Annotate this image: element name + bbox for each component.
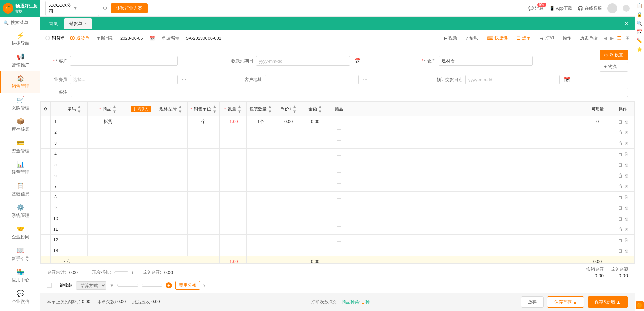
copy-icon[interactable]: ⎘ [625, 141, 628, 146]
trial-button[interactable]: 体验行业方案 [111, 3, 148, 13]
delete-icon[interactable]: 🗑 [618, 205, 623, 210]
user-menu[interactable] [623, 5, 630, 12]
help-btn[interactable]: ?帮助 [463, 34, 481, 42]
save-new-btn[interactable]: 保存&新增 ▲ [588, 296, 628, 308]
copy-icon[interactable]: ⎘ [625, 227, 628, 232]
delete-icon[interactable]: 🗑 [618, 162, 623, 167]
pkgqty-sort[interactable]: ▲▼ [268, 104, 272, 114]
payment-method-select[interactable]: 结算方式 [76, 281, 106, 290]
th-pkgqty[interactable]: 包装数量 ▲▼ [247, 102, 275, 116]
nav-next-icon[interactable]: ▶ [610, 36, 614, 41]
close-window-icon[interactable]: × [621, 21, 631, 27]
discount-input[interactable] [114, 271, 128, 273]
payment-due-calendar-icon[interactable]: 📅 [354, 58, 361, 64]
price-sort[interactable]: ▲▼ [292, 104, 297, 114]
payment-due-input[interactable]: yyyy-mm-dd [256, 56, 350, 66]
th-qty[interactable]: *数量 ▲▼ [220, 102, 247, 116]
copy-icon[interactable]: ⎘ [625, 205, 628, 210]
customer-dots[interactable]: ··· [182, 58, 186, 64]
arrears-info-icon[interactable]: ℹ [115, 300, 116, 304]
row-spec-1[interactable] [154, 116, 188, 127]
delete-icon[interactable]: 🗑 [618, 216, 623, 221]
copy-icon[interactable]: ⎘ [625, 184, 628, 189]
discard-btn[interactable]: 放弃 [521, 296, 544, 308]
row-unit-1[interactable]: 个 [188, 116, 220, 127]
row-gift-1[interactable] [329, 116, 349, 127]
delete-icon[interactable]: 🗑 [618, 237, 623, 243]
video-btn[interactable]: ▶视频 [441, 34, 460, 42]
delete-icon[interactable]: 🗑 [618, 184, 623, 189]
print-btn[interactable]: 🖨打印 [537, 34, 557, 42]
calendar-icon[interactable]: 📅 [150, 36, 155, 41]
th-settings[interactable]: ⚙ [41, 102, 51, 116]
list-view-icon[interactable]: ☰ [617, 35, 622, 41]
tab-sales-order[interactable]: 销货单 × [64, 18, 92, 29]
delete-icon[interactable]: 🗑 [618, 151, 623, 157]
add-payment-btn[interactable]: + [166, 282, 172, 288]
warehouse-dots[interactable]: ··· [537, 58, 541, 64]
amount-input[interactable] [142, 284, 162, 287]
customer-input[interactable] [70, 56, 178, 66]
copy-icon[interactable]: ⎘ [625, 216, 628, 221]
sidebar-item-purchase[interactable]: 🛒 采购管理 [0, 93, 40, 114]
copy-icon[interactable]: ⎘ [625, 151, 628, 157]
gear-icon[interactable]: ⚙ [103, 5, 107, 11]
history-btn[interactable]: 历史单据 [577, 34, 600, 42]
copy-icon[interactable]: ⎘ [625, 237, 628, 243]
amount-sort[interactable]: ▲▼ [318, 104, 323, 114]
chevron-up-icon-primary[interactable]: ▲ [616, 300, 621, 305]
row-product-1[interactable]: 拆货 [88, 116, 128, 127]
sidebar-item-inventory[interactable]: 📦 库存核算 [0, 114, 40, 136]
radio-return-order[interactable]: 退货单 [70, 35, 89, 41]
sidebar-item-sales[interactable]: 🏠 销售管理 [0, 71, 40, 93]
grid-view-icon[interactable]: ⊞ [625, 35, 630, 41]
delete-icon-1[interactable]: 🗑 [618, 119, 623, 124]
right-tool-edit[interactable]: ✏️ [636, 37, 644, 45]
th-product[interactable]: *商品 ▲▼ [88, 102, 128, 116]
delete-icon[interactable]: 🗑 [618, 194, 623, 200]
save-draft-btn[interactable]: 保存草稿 ▲ [547, 296, 584, 308]
right-tool-star[interactable]: ⭐ [636, 45, 644, 53]
row-remark-1[interactable] [349, 116, 584, 127]
shortcut-btn[interactable]: ⌨快捷键 [484, 34, 510, 42]
gift-checkbox-1[interactable] [337, 119, 341, 123]
online-service-btn[interactable]: 🎧 在线客服 [578, 5, 602, 11]
message-btn[interactable]: 💬 消息 99+ [528, 5, 544, 11]
sidebar-item-collab[interactable]: 🤝 企业协同 [0, 222, 40, 243]
notes-input[interactable] [71, 88, 628, 97]
sidebar-item-quicknav[interactable]: ⚡ 快捷导航 [0, 28, 40, 50]
customer-address-input[interactable] [265, 75, 359, 84]
select-btn[interactable]: ☰选单 [514, 34, 533, 42]
row-qty-1[interactable]: -1.00 [220, 116, 247, 127]
app-download-btn[interactable]: 📱 App下载 [549, 5, 572, 11]
salesperson-input[interactable]: 选择... [70, 75, 178, 84]
right-tool-calendar[interactable]: 📅 [636, 28, 644, 36]
delete-icon[interactable]: 🗑 [618, 130, 623, 135]
tab-home[interactable]: 首页 [44, 18, 63, 29]
copy-icon-1[interactable]: ⎘ [625, 119, 628, 124]
account-placeholder[interactable] [117, 284, 138, 287]
right-tool-lock[interactable]: 🔒 [636, 10, 644, 18]
unit-sort[interactable]: ▲▼ [212, 104, 217, 114]
discount-info-icon[interactable]: ℹ [132, 270, 133, 275]
settings-btn[interactable]: ⚙⚙ 设置 [600, 50, 628, 60]
copy-icon[interactable]: ⎘ [625, 248, 628, 254]
payment-checkbox[interactable] [47, 283, 52, 288]
delivery-date-calendar-icon[interactable]: 📅 [564, 77, 570, 82]
copy-icon[interactable]: ⎘ [625, 162, 628, 167]
right-tool-orange[interactable]: 🟠 [636, 301, 644, 309]
delete-icon[interactable]: 🗑 [618, 227, 623, 232]
row-barcode-1[interactable] [61, 116, 88, 127]
scan-button[interactable]: 扫码录入 [131, 106, 151, 112]
customer-address-dots[interactable]: ··· [363, 77, 367, 82]
nav-prev-icon[interactable]: ◀ [604, 36, 607, 41]
th-spec[interactable]: 规格型号 ▲▼ [154, 102, 188, 116]
sidebar-item-vip[interactable]: 👑 畅会员 [0, 308, 40, 311]
qty-sort[interactable]: ▲▼ [237, 104, 242, 114]
copy-icon[interactable]: ⎘ [625, 130, 628, 135]
delivery-date-input[interactable]: yyyy-mm-dd [465, 75, 560, 84]
row-settings-1[interactable] [41, 116, 51, 127]
sidebar-item-finance[interactable]: 💳 资金管理 [0, 136, 40, 157]
operation-btn[interactable]: 操作 [560, 34, 574, 42]
spec-sort[interactable]: ▲▼ [178, 104, 182, 114]
